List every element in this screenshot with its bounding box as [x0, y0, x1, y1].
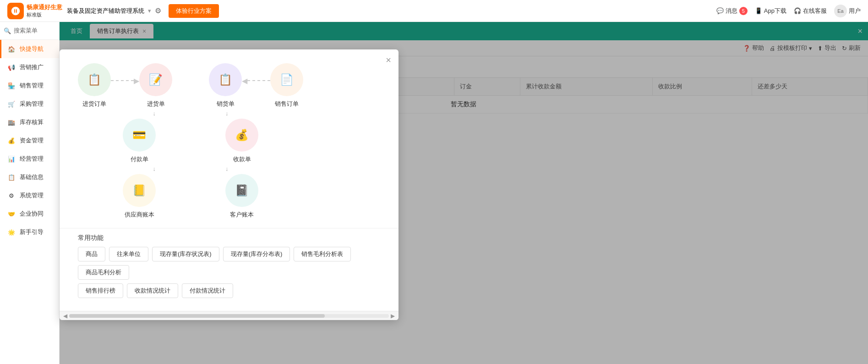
system-name-dropdown-icon[interactable]: ▾	[148, 7, 151, 14]
flow-receipt-bill[interactable]: 💰 收款单	[225, 119, 258, 163]
scroll-left-arrow[interactable]: ◀	[61, 313, 69, 319]
purchase-icon: 🛒	[7, 99, 16, 109]
btn-product[interactable]: 商品	[78, 247, 105, 261]
scroll-indicator: ◀ ▶	[60, 311, 399, 320]
common-functions-row2: 销售排行榜 收款情况统计 付款情况统计	[78, 283, 380, 298]
sidebar-item-inventory[interactable]: 🏬 库存核算	[0, 113, 59, 131]
marketing-icon: 📢	[7, 63, 16, 72]
sidebar-item-finance[interactable]: 💰 资金管理	[0, 131, 59, 150]
btn-sales-rank[interactable]: 销售排行榜	[78, 283, 123, 298]
btn-stock-status[interactable]: 现存量(库存状况表)	[152, 247, 219, 261]
cooperation-icon: 🤝	[7, 209, 16, 218]
sidebar-item-marketing[interactable]: 📢 营销推广	[0, 58, 59, 76]
basic-info-icon: 📋	[7, 173, 16, 182]
system-name-area: 装备及固定资产辅助管理系统 ▾ ⚙ 体验行业方案	[67, 4, 716, 18]
operations-icon: 📊	[7, 154, 16, 163]
btn-receipt-stats[interactable]: 收款情况统计	[127, 283, 178, 298]
message-badge: 5	[739, 7, 748, 15]
scroll-right-arrow[interactable]: ▶	[389, 313, 397, 319]
btn-stock-dist[interactable]: 现存量(库存分布表)	[223, 247, 290, 261]
search-menu[interactable]: 🔍 搜索菜单	[0, 22, 59, 40]
sidebar-item-sales[interactable]: 🏪 销售管理	[0, 76, 59, 95]
btn-product-margin[interactable]: 商品毛利分析	[78, 265, 129, 280]
flow-purchase-order[interactable]: 📋 进货订单	[78, 63, 111, 108]
customer-ledger-circle: 📓	[225, 174, 258, 207]
guide-icon: 🌟	[7, 228, 16, 237]
download-icon: 📱	[755, 7, 762, 14]
user-profile[interactable]: Ea 用户	[834, 5, 861, 17]
sales-order-circle: 📄	[270, 63, 303, 96]
receipt-circle: 💰	[225, 119, 258, 152]
modal-box: × 📋 进货订单	[60, 49, 399, 320]
system-icon: ⚙	[7, 191, 16, 200]
scroll-track[interactable]	[69, 314, 389, 318]
sales-icon: 🏪	[7, 81, 16, 90]
common-functions-row1: 商品 往来单位 现存量(库存状况表) 现存量(库存分布表) 销售毛利分析表 商品…	[78, 247, 380, 280]
inventory-icon: 🏬	[7, 118, 16, 127]
sidebar-item-basic-info[interactable]: 📋 基础信息	[0, 168, 59, 186]
flow-sales-order[interactable]: 📄 销售订单	[270, 63, 303, 108]
logo-text: 畅康通好生意 标准版	[27, 3, 62, 19]
purchase-bill-circle: 📝	[139, 63, 172, 96]
headset-icon: 🎧	[794, 7, 801, 14]
online-service-btn[interactable]: 🎧 在线客服	[794, 7, 827, 15]
finance-icon: 💰	[7, 136, 16, 145]
system-name-text: 装备及固定资产辅助管理系统	[67, 7, 144, 15]
avatar: Ea	[834, 5, 847, 17]
flow-sales-bill[interactable]: 📋 销货单	[209, 63, 242, 108]
modal-overlay: × 📋 进货订单	[60, 22, 868, 364]
purchase-order-circle: 📋	[78, 63, 111, 96]
btn-payment-stats[interactable]: 付款情况统计	[182, 283, 233, 298]
sidebar-item-purchase[interactable]: 🛒 采购管理	[0, 95, 59, 113]
sidebar-item-quick-nav[interactable]: 🏠 快捷导航	[0, 40, 59, 58]
sidebar-item-operations[interactable]: 📊 经营管理	[0, 150, 59, 168]
trial-button[interactable]: 体验行业方案	[169, 4, 219, 18]
flow-supplier-ledger[interactable]: 📒 供应商账本	[123, 174, 156, 219]
sidebar-item-cooperation[interactable]: 🤝 企业协同	[0, 205, 59, 223]
app-download-btn[interactable]: 📱 App下载	[755, 7, 786, 15]
flow-payment-bill[interactable]: 💳 付款单	[123, 119, 156, 163]
sales-bill-circle: 📋	[209, 63, 242, 96]
flow-customer-ledger[interactable]: 📓 客户账本	[225, 174, 258, 219]
payment-circle: 💳	[123, 119, 156, 152]
common-functions-title: 常用功能	[78, 234, 380, 242]
content-area: 首页 销售订单执行表 × × ❓ 帮助 🖨 按模板打印 ▾	[60, 22, 868, 364]
app-logo-icon	[7, 3, 24, 19]
flow-purchase-bill[interactable]: 📝 进货单	[139, 63, 172, 108]
btn-sales-profit[interactable]: 销售毛利分析表	[294, 247, 351, 261]
btn-partner[interactable]: 往来单位	[109, 247, 148, 261]
search-icon: 🔍	[4, 27, 11, 34]
quick-nav-icon: 🏠	[7, 44, 16, 54]
sidebar-item-guide[interactable]: 🌟 新手引导	[0, 223, 59, 241]
message-btn[interactable]: 💬 消息 5	[716, 7, 748, 15]
settings-icon[interactable]: ⚙	[155, 6, 161, 15]
sidebar-item-system[interactable]: ⚙ 系统管理	[0, 186, 59, 205]
topbar-right: 💬 消息 5 📱 App下载 🎧 在线客服 Ea 用户	[716, 5, 861, 17]
modal-close-btn[interactable]: ×	[386, 55, 391, 65]
scroll-thumb	[69, 314, 325, 318]
sidebar: 🔍 搜索菜单 🏠 快捷导航 📢 营销推广 🏪 销售管理 🛒 采购管理 🏬	[0, 22, 60, 364]
common-functions-section: 常用功能 商品 往来单位 现存量(库存状况表) 现存量(库存分布表) 销售毛利分…	[60, 228, 399, 311]
flow-section: 📋 进货订单 ▶ 📝 进货单	[60, 49, 399, 228]
message-icon: 💬	[716, 7, 724, 14]
supplier-ledger-circle: 📒	[123, 174, 156, 207]
